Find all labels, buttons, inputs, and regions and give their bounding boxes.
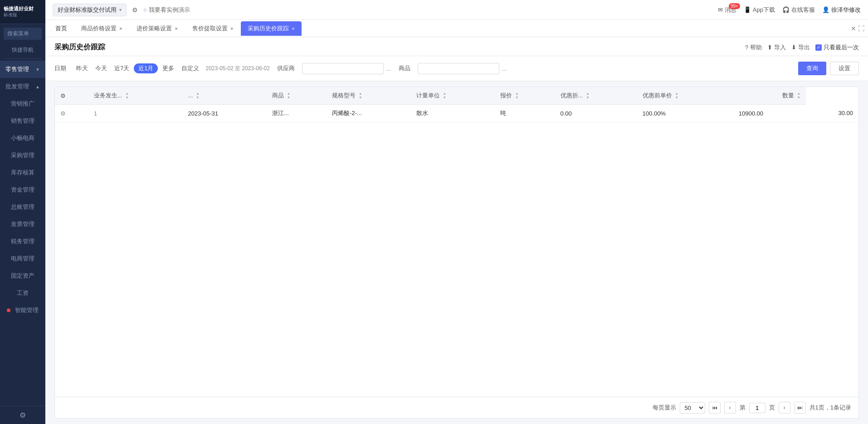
supplier-more-button[interactable]: ...: [386, 65, 391, 72]
supplier-input[interactable]: [302, 63, 384, 74]
tab-home[interactable]: 首页: [49, 22, 73, 35]
tab-sale-price-close-icon[interactable]: ×: [230, 26, 233, 31]
last-only-checkbox[interactable]: ✓: [815, 44, 822, 51]
download-icon: 📱: [744, 6, 751, 13]
row-quantity: 30.00: [806, 105, 858, 122]
sidebar-item-purchase[interactable]: 采购管理: [0, 147, 45, 164]
sidebar-item-ecommerce[interactable]: 电商管理: [0, 250, 45, 267]
sort-spec-icon[interactable]: ▲▼: [359, 92, 362, 100]
sidebar-item-ecommerce-small[interactable]: 小畅电商: [0, 130, 45, 147]
sidebar-item-retail-arrow: ▼: [35, 67, 40, 72]
sort-date-icon[interactable]: ▲▼: [125, 92, 129, 100]
sort-product-icon[interactable]: ▲▼: [287, 92, 291, 100]
filter-settings-button[interactable]: 设置: [830, 62, 859, 75]
search-menu-button[interactable]: 搜索菜单: [4, 28, 42, 40]
topbar: 好业财标准版交付试用 ▾ ⚙ ○ 我要看实例演示 ✉ 消息 99+ 📱 App下…: [45, 0, 868, 20]
date-opt-7days[interactable]: 近7天: [112, 63, 132, 73]
sidebar-item-finance[interactable]: 资金管理: [0, 181, 45, 198]
sidebar-item-finance-label: 资金管理: [11, 186, 34, 194]
export-label: 导出: [798, 43, 810, 52]
data-table: ⚙ 业务发生... ▲▼ ... ▲▼ 商品 ▲▼: [55, 87, 858, 122]
date-opt-today[interactable]: 今天: [93, 63, 110, 73]
quick-nav-button[interactable]: 快捷导航: [0, 43, 45, 57]
sidebar-item-wholesale[interactable]: 批发管理 ▲: [0, 78, 45, 95]
first-page-button[interactable]: ⏮: [709, 402, 721, 414]
product-filter-group: ...: [418, 63, 507, 74]
per-page-label: 每页显示: [653, 404, 676, 412]
user-avatar-icon: 👤: [822, 6, 829, 13]
message-badge: 99+: [729, 3, 740, 9]
per-page-select[interactable]: 50 100 200: [680, 402, 705, 414]
tab-home-label: 首页: [55, 24, 67, 33]
sidebar-item-ai-label: 智能管理: [15, 306, 39, 314]
expand-tab-button[interactable]: ⛶: [858, 25, 864, 32]
tab-purchase-history-close-icon[interactable]: ×: [292, 26, 294, 31]
row-gear-cell[interactable]: ⚙: [55, 105, 88, 122]
date-opt-more[interactable]: 更多: [160, 63, 177, 73]
sidebar-item-purchase-label: 采购管理: [11, 151, 34, 159]
message-button[interactable]: ✉ 消息 99+: [718, 6, 736, 14]
page-header: 采购历史价跟踪 ? 帮助 ⬆ 导入 ⬇ 导出 ✓ 只看最后一次: [45, 37, 868, 56]
export-icon: ⬇: [791, 44, 796, 51]
tab-purchase-strategy[interactable]: 进价策略设置 ×: [130, 21, 184, 36]
sidebar-item-payroll-label: 工资: [17, 289, 29, 297]
next-page-button[interactable]: ›: [779, 402, 790, 414]
sidebar-item-tax[interactable]: 税务管理: [0, 233, 45, 250]
export-button[interactable]: ⬇ 导出: [791, 43, 810, 52]
sidebar-item-sales-label: 销售管理: [11, 117, 34, 125]
row-more: 浙江...: [267, 105, 327, 122]
import-button[interactable]: ⬆ 导入: [767, 43, 786, 52]
sidebar-item-marketing[interactable]: 营销推广: [0, 95, 45, 112]
online-service-button[interactable]: 🎧 在线客服: [782, 6, 815, 14]
sidebar-gear-button[interactable]: ⚙: [20, 411, 26, 419]
date-options: 昨天 今天 近7天 近1月 更多 自定义 2023-05-02 至 2023-0…: [73, 63, 270, 73]
settings-icon-button[interactable]: ⚙: [130, 5, 140, 15]
app-download-button[interactable]: 📱 App下载: [744, 6, 775, 14]
date-opt-yesterday[interactable]: 昨天: [73, 63, 91, 73]
topbar-left: 好业财标准版交付试用 ▾ ⚙ ○ 我要看实例演示: [53, 4, 190, 16]
help-button[interactable]: ? 帮助: [745, 43, 762, 52]
close-tab-button[interactable]: ✕: [851, 25, 856, 32]
sort-price-icon[interactable]: ▲▼: [515, 92, 519, 100]
sidebar-item-retail[interactable]: 零售管理 ▼: [0, 61, 45, 78]
last-page-button[interactable]: ⏭: [794, 402, 806, 414]
sort-more-icon[interactable]: ▲▼: [196, 92, 200, 100]
user-profile-button[interactable]: 👤 徐泽华修改: [822, 6, 861, 14]
product-input[interactable]: [418, 63, 499, 74]
sort-pre-discount-icon[interactable]: ▲▼: [675, 92, 678, 100]
tab-product-price-label: 商品价格设置: [81, 24, 117, 33]
sort-discount-icon[interactable]: ▲▼: [586, 92, 590, 100]
query-button[interactable]: 查询: [798, 62, 826, 75]
sidebar-divider: [4, 58, 42, 59]
sidebar-item-ai[interactable]: 智能管理: [0, 302, 45, 319]
demo-link[interactable]: ○ 我要看实例演示: [143, 6, 190, 14]
prev-page-button[interactable]: ‹: [724, 402, 736, 414]
product-more-button[interactable]: ...: [502, 65, 507, 72]
app-name: 畅捷通好业财: [4, 5, 34, 12]
chevron-down-icon: ▾: [119, 7, 122, 12]
demo-icon: ○: [143, 6, 147, 13]
sidebar-item-inventory[interactable]: 库存核算: [0, 164, 45, 181]
sort-quantity-icon[interactable]: ▲▼: [797, 92, 800, 100]
tab-sale-price[interactable]: 售价提取设置 ×: [185, 21, 240, 36]
sort-unit-icon[interactable]: ▲▼: [443, 92, 446, 100]
date-filter-label: 日期: [54, 64, 66, 72]
current-page-input[interactable]: 1: [749, 403, 766, 413]
tab-purchase-strategy-close-icon[interactable]: ×: [175, 26, 177, 31]
sidebar-item-fixed-assets[interactable]: 固定资产: [0, 267, 45, 284]
row-product: 丙烯酸-2-...: [327, 105, 411, 122]
app-selector[interactable]: 好业财标准版交付试用 ▾: [53, 4, 127, 16]
tab-product-price-close-icon[interactable]: ×: [119, 26, 122, 31]
sidebar-item-ledger[interactable]: 总账管理: [0, 198, 45, 216]
sidebar-item-fixed-assets-label: 固定资产: [11, 272, 34, 280]
tab-product-price[interactable]: 商品价格设置 ×: [74, 21, 129, 36]
sidebar-item-payroll[interactable]: 工资: [0, 284, 45, 302]
col-more: ... ▲▼: [183, 87, 267, 105]
date-opt-custom[interactable]: 自定义: [179, 63, 202, 73]
sidebar-item-invoice[interactable]: 发票管理: [0, 216, 45, 233]
date-opt-1month[interactable]: 近1月: [134, 63, 158, 73]
tab-purchase-history[interactable]: 采购历史价跟踪 ×: [241, 21, 301, 36]
table-body: ⚙ 1 2023-05-31 浙江... 丙烯酸-2-... 散水 吨 0.00…: [55, 105, 858, 122]
col-gear-icon[interactable]: ⚙: [60, 92, 66, 99]
sidebar-item-sales[interactable]: 销售管理: [0, 112, 45, 130]
